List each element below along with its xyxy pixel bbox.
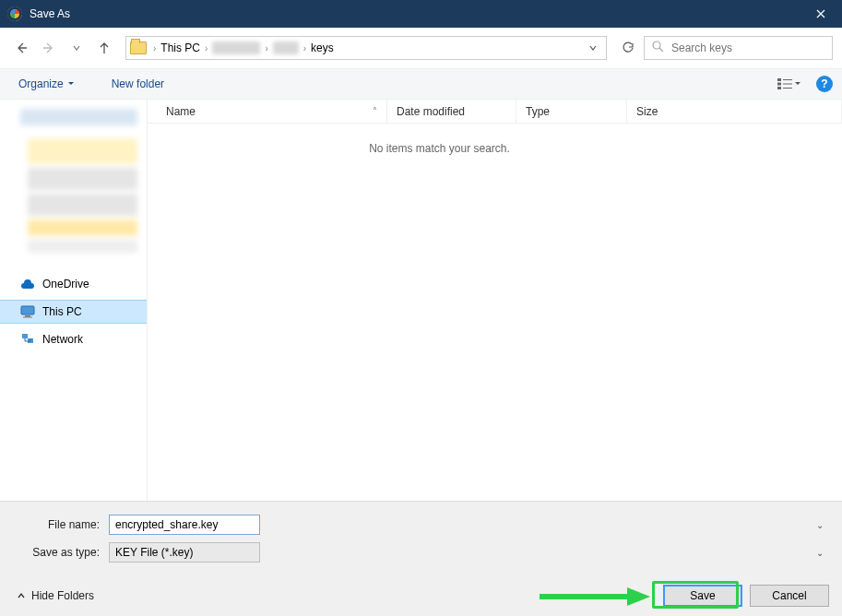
redacted-item [28, 194, 137, 216]
filename-input[interactable] [109, 515, 260, 535]
svg-rect-6 [783, 88, 792, 89]
folder-icon [130, 41, 147, 54]
chevron-right-icon: › [303, 43, 306, 53]
address-dropdown[interactable] [584, 41, 602, 54]
navigation-row: › This PC › › › keys [0, 28, 842, 68]
sidebar-item-thispc[interactable]: This PC [0, 301, 147, 323]
chevron-right-icon: › [265, 43, 267, 53]
main-area: OneDrive This PC Network Name ˄ Date mod… [0, 100, 842, 501]
new-folder-button[interactable]: New folder [102, 72, 173, 96]
search-icon [652, 41, 664, 55]
redacted-item [28, 219, 137, 236]
column-label: Name [157, 105, 196, 118]
title-bar: Save As [0, 0, 842, 28]
view-options-button[interactable] [772, 75, 807, 93]
column-size[interactable]: Size [627, 100, 842, 123]
svg-rect-7 [21, 306, 34, 314]
svg-rect-9 [23, 317, 32, 318]
chevron-right-icon: › [153, 43, 156, 53]
redacted-segment [212, 41, 260, 54]
svg-rect-2 [777, 83, 781, 86]
svg-rect-8 [25, 315, 30, 317]
chevron-down-icon [67, 80, 75, 88]
up-button[interactable] [92, 36, 116, 60]
footer: File name: ⌄ Save as type: ⌄ Hide Folder… [0, 501, 842, 616]
breadcrumb-segment[interactable]: This PC [157, 37, 204, 59]
search-input[interactable] [671, 41, 824, 54]
sidebar-item-onedrive[interactable]: OneDrive [0, 273, 147, 295]
cancel-button[interactable]: Cancel [750, 585, 829, 607]
toolbar: Organize New folder ? [0, 68, 842, 100]
breadcrumb-segment[interactable]: keys [307, 37, 338, 59]
back-button[interactable] [9, 36, 33, 60]
chevron-down-icon: ⌄ [816, 548, 824, 558]
arrow-right-icon [42, 41, 55, 54]
hide-folders-button[interactable]: Hide Folders [13, 587, 98, 604]
svg-point-0 [653, 41, 660, 49]
sidebar-item-label: This PC [42, 305, 82, 318]
recent-dropdown[interactable] [65, 36, 89, 60]
svg-rect-1 [777, 78, 781, 81]
sidebar-item-network[interactable]: Network [0, 328, 147, 350]
chevron-down-icon: ⌄ [816, 520, 824, 530]
chevron-down-icon [73, 44, 80, 52]
refresh-icon [622, 41, 634, 54]
chevron-down-icon [589, 44, 597, 52]
cloud-icon [20, 277, 35, 291]
chevron-up-icon [17, 591, 26, 600]
redacted-item [28, 168, 137, 190]
sidebar-item-label: Network [42, 333, 83, 346]
column-date[interactable]: Date modified [387, 100, 516, 123]
redacted-item [28, 240, 137, 253]
pc-icon [20, 304, 35, 319]
sort-indicator-icon: ˄ [373, 106, 377, 116]
column-name[interactable]: Name ˄ [148, 100, 387, 123]
redacted-segment [273, 41, 299, 54]
close-icon [816, 9, 825, 18]
column-headers: Name ˄ Date modified Type Size [148, 100, 842, 124]
breadcrumb-segment[interactable] [269, 37, 302, 59]
svg-rect-3 [777, 87, 781, 89]
svg-rect-5 [783, 84, 792, 85]
save-button[interactable]: Save [663, 585, 742, 607]
address-bar[interactable]: › This PC › › › keys [125, 36, 607, 60]
window-title: Save As [30, 7, 70, 20]
svg-rect-4 [783, 79, 792, 80]
svg-rect-10 [22, 334, 28, 338]
network-icon [20, 332, 35, 347]
hide-folders-label: Hide Folders [31, 589, 94, 602]
arrow-left-icon [15, 41, 28, 54]
filename-label: File name: [13, 518, 109, 531]
empty-message: No items match your search. [148, 124, 731, 173]
sidebar-item-label: OneDrive [42, 278, 89, 290]
organize-label: Organize [18, 77, 64, 90]
savetype-label: Save as type: [13, 546, 109, 559]
close-button[interactable] [800, 0, 842, 28]
column-type[interactable]: Type [516, 100, 627, 123]
view-list-icon [777, 78, 792, 89]
help-button[interactable]: ? [816, 76, 833, 92]
chevron-right-icon: › [205, 43, 208, 53]
breadcrumb-segment[interactable] [208, 37, 264, 59]
chevron-down-icon [794, 80, 801, 88]
search-box[interactable] [644, 36, 833, 60]
refresh-button[interactable] [616, 36, 640, 60]
arrow-up-icon [98, 41, 111, 54]
forward-button[interactable] [37, 36, 61, 60]
organize-button[interactable]: Organize [9, 72, 84, 96]
sidebar: OneDrive This PC Network [0, 100, 148, 501]
chrome-icon [7, 6, 22, 21]
redacted-item [20, 109, 137, 125]
savetype-select[interactable] [109, 542, 260, 563]
file-panel: Name ˄ Date modified Type Size No items … [148, 100, 842, 501]
redacted-item [28, 138, 137, 164]
